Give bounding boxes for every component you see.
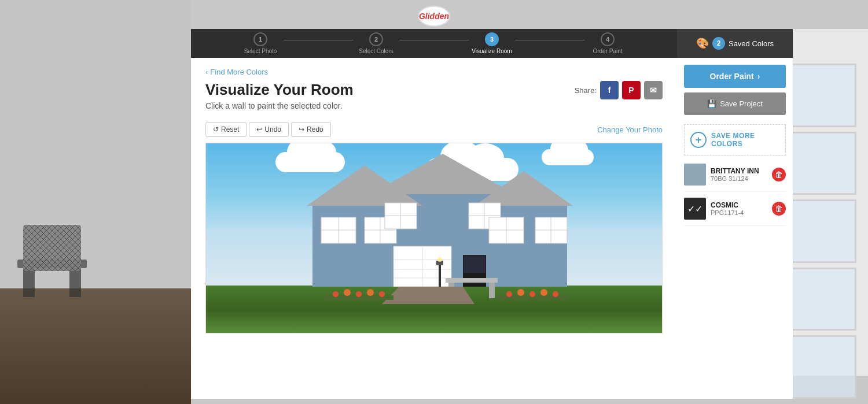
color-name-cosmic: COSMIC (711, 201, 767, 209)
reset-button[interactable]: ↺ Reset (205, 122, 247, 137)
share-label: Share: (575, 86, 597, 95)
right-panel-content: Order Paint › 💾 Save Project + SAVE MORE… (677, 58, 793, 399)
delete-brittany-button[interactable]: 🗑 (772, 168, 786, 181)
nav-step-4[interactable]: 4 Order Paint (550, 32, 665, 54)
bg-floor-left (0, 288, 191, 404)
top-nav: 1 Select Photo 2 Select Colors 3 Visuali… (191, 29, 677, 58)
color-code-brittany: 70BG 31/124 (711, 175, 767, 182)
undo-icon: ↩ (256, 125, 262, 134)
color-info-brittany: BRITTANY INN 70BG 31/124 (711, 167, 767, 182)
change-photo-link[interactable]: Change Your Photo (597, 125, 663, 134)
svg-point-57 (437, 257, 442, 262)
svg-marker-12 (370, 154, 515, 194)
chevron-left-icon: ‹ (205, 68, 208, 76)
svg-point-44 (333, 291, 339, 297)
page-title: Visualize Your Room (205, 81, 354, 99)
facebook-share-button[interactable]: f (600, 81, 619, 99)
delete-cosmic-button[interactable]: 🗑 (772, 202, 786, 216)
house-illustration (295, 148, 573, 298)
toolbar-row: ↺ Reset ↩ Undo ↪ Redo Change Your Photo (205, 122, 663, 137)
svg-rect-2 (23, 268, 35, 297)
step-label-1: Select Photo (244, 48, 277, 54)
step-label-2: Select Colors (359, 48, 393, 54)
page-subtitle: Click a wall to paint the selected color… (205, 101, 354, 110)
nav-step-3[interactable]: 3 Visualize Room (434, 32, 550, 54)
svg-point-48 (379, 291, 385, 297)
svg-rect-40 (489, 281, 495, 298)
saved-colors-badge: 2 (712, 37, 725, 50)
content-area: ‹ Find More Colors Visualize Your Room C… (191, 58, 677, 399)
share-area: Share: f P ✉ (575, 81, 663, 99)
step-circle-1: 1 (253, 32, 267, 46)
nav-step-2[interactable]: 2 Select Colors (318, 32, 434, 54)
save-project-button[interactable]: 💾 Save Project (684, 92, 786, 115)
saved-colors-text: Saved Colors (729, 39, 774, 48)
trash-icon-2: 🗑 (775, 204, 783, 213)
svg-rect-20 (464, 255, 486, 273)
arrow-right-icon: › (757, 72, 760, 81)
svg-point-53 (540, 289, 547, 296)
color-swatch-cosmic[interactable]: ✓ (684, 198, 706, 220)
svg-marker-42 (382, 287, 475, 304)
order-paint-button[interactable]: Order Paint › (684, 65, 786, 88)
plus-icon: + (690, 132, 707, 148)
step-label-4: Order Paint (593, 48, 622, 54)
palette-icon: 🎨 (696, 37, 709, 50)
email-share-button[interactable]: ✉ (644, 81, 663, 99)
redo-button[interactable]: ↪ Redo (291, 122, 331, 137)
svg-point-45 (344, 289, 351, 296)
svg-point-52 (529, 291, 535, 297)
svg-point-50 (506, 291, 512, 297)
step-circle-3: 3 (485, 32, 499, 46)
glidden-logo[interactable]: Glidden (418, 6, 450, 27)
svg-rect-55 (439, 264, 441, 287)
bg-chair (17, 213, 87, 300)
color-name-brittany: BRITTANY INN (711, 167, 767, 175)
svg-point-47 (367, 289, 374, 296)
saved-colors-nav[interactable]: 🎨 2 Saved Colors (677, 29, 793, 58)
color-info-cosmic: COSMIC PPG1171-4 (711, 201, 767, 216)
step-circle-4: 4 (601, 32, 615, 46)
undo-button[interactable]: ↩ Undo (249, 122, 289, 137)
house-image-container[interactable] (205, 143, 663, 333)
color-code-cosmic: PPG1171-4 (711, 209, 767, 216)
toolbar-left: ↺ Reset ↩ Undo ↪ Redo (205, 122, 331, 137)
color-swatch-brittany[interactable] (684, 164, 706, 186)
save-more-label: SAVE MORE COLORS (711, 132, 779, 148)
redo-icon: ↪ (299, 125, 304, 134)
logo-text: Glidden (419, 12, 449, 21)
svg-point-54 (553, 291, 558, 297)
svg-point-51 (517, 289, 524, 296)
find-more-colors-link[interactable]: ‹ Find More Colors (205, 68, 268, 76)
color-item-cosmic: ✓ COSMIC PPG1171-4 🗑 (684, 198, 786, 226)
svg-point-46 (356, 291, 362, 297)
step-circle-2: 2 (369, 32, 383, 46)
floppy-icon: 💾 (707, 99, 716, 108)
svg-rect-4 (23, 225, 81, 271)
svg-rect-3 (69, 268, 81, 297)
pinterest-share-button[interactable]: P (622, 81, 641, 99)
step-label-3: Visualize Room (472, 48, 512, 54)
svg-rect-41 (446, 278, 498, 283)
color-item-brittany: BRITTANY INN 70BG 31/124 🗑 (684, 164, 786, 192)
trash-icon: 🗑 (775, 170, 783, 179)
reset-icon: ↺ (213, 125, 219, 134)
save-more-colors-section[interactable]: + SAVE MORE COLORS (684, 124, 786, 155)
nav-step-1[interactable]: 1 Select Photo (203, 32, 318, 54)
